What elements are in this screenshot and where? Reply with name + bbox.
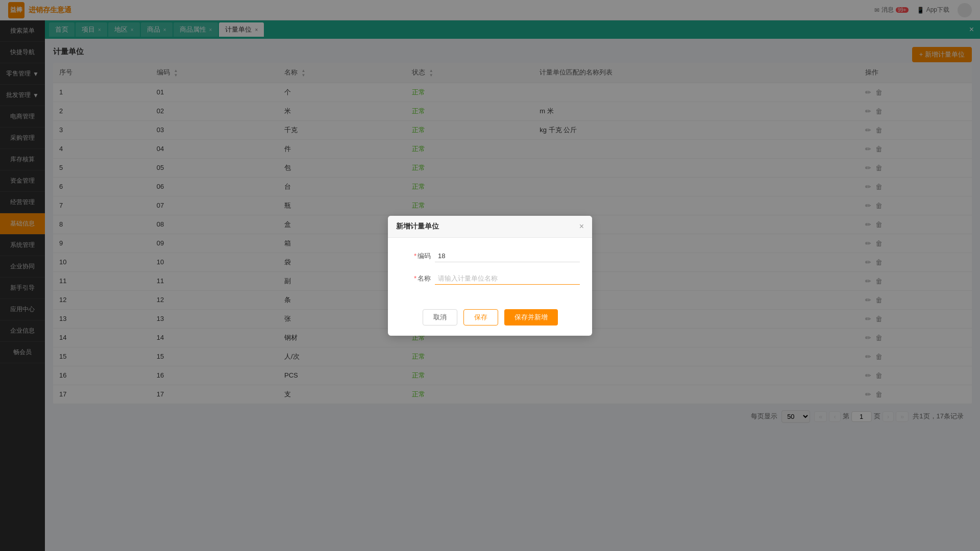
code-input[interactable] (435, 250, 580, 262)
name-input[interactable] (435, 272, 580, 285)
cancel-button[interactable]: 取消 (423, 309, 457, 325)
modal-overlay[interactable]: 新增计量单位 × *编码 *名称 取消 保存 保存并新增 (0, 0, 980, 551)
add-unit-modal: 新增计量单位 × *编码 *名称 取消 保存 保存并新增 (388, 216, 592, 336)
modal-title: 新增计量单位 (396, 222, 439, 231)
save-button[interactable]: 保存 (463, 309, 498, 325)
name-form-row: *名称 (400, 272, 580, 285)
name-label: *名称 (400, 274, 431, 283)
modal-body: *编码 *名称 (388, 238, 592, 303)
save-add-button[interactable]: 保存并新增 (504, 309, 558, 325)
modal-close-btn[interactable]: × (579, 222, 584, 231)
code-label: *编码 (400, 252, 431, 261)
modal-footer: 取消 保存 保存并新增 (388, 303, 592, 336)
code-form-row: *编码 (400, 250, 580, 262)
modal-header: 新增计量单位 × (388, 216, 592, 238)
